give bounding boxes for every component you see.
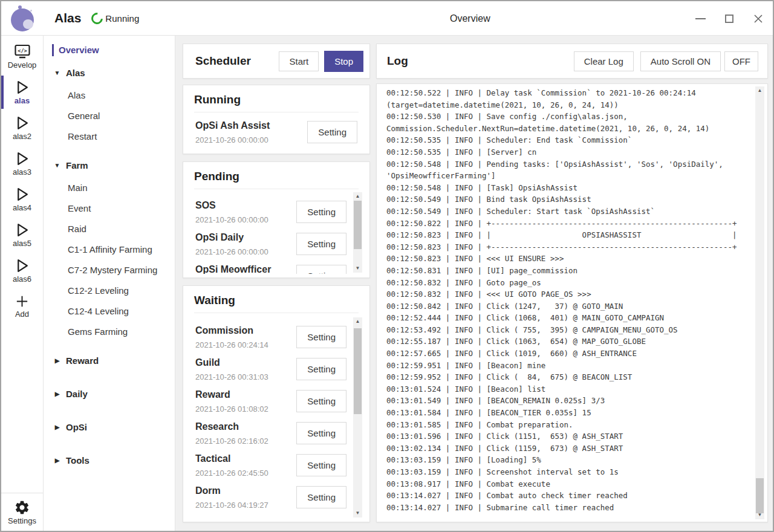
maximize-button[interactable]	[723, 12, 735, 25]
task-setting-button[interactable]: Setting	[296, 358, 346, 380]
menu-item[interactable]: C12-4 Leveling	[44, 301, 175, 322]
running-section: Running OpSi Ash Assist 2021-10-26 00:00…	[183, 85, 370, 154]
scheduler-start-button[interactable]: Start	[279, 51, 319, 71]
rail-item-alas6[interactable]: alas6	[1, 253, 43, 288]
log-line: 00:12:50.823 | INFO | <<< UI ENSURE >>>	[386, 253, 746, 265]
clear-log-button[interactable]: Clear Log	[574, 51, 634, 71]
waiting-scrollbar[interactable]: ▲ ▼	[353, 317, 362, 517]
rail-item-alas5[interactable]: alas5	[1, 217, 43, 253]
pending-scrollbar[interactable]: ▲ ▼	[353, 192, 362, 273]
pending-task-list: SOS 2021-10-26 00:00:00 Setting OpSi Dai…	[183, 195, 369, 274]
rail-item-alas4[interactable]: alas4	[1, 181, 43, 217]
running-task-list: OpSi Ash Assist 2021-10-26 00:00:00 Sett…	[183, 112, 369, 148]
task-row: Shop Setting	[183, 513, 369, 518]
task-setting-button[interactable]: Setting	[296, 486, 346, 508]
scroll-thumb[interactable]	[354, 328, 362, 414]
play-icon	[14, 186, 30, 203]
task-row: Reward 2021-10-26 01:08:02 Setting	[183, 385, 369, 417]
rail-item-label: Develop	[8, 60, 37, 70]
rail-item-alas2[interactable]: alas2	[1, 110, 43, 146]
rail-item-develop[interactable]: </> Develop	[1, 39, 43, 74]
log-line: 00:12:50.823 | INFO | | OPSIASHASSIST |	[386, 229, 746, 241]
menu-item[interactable]: Gems Farming	[44, 322, 175, 342]
close-button[interactable]	[752, 12, 764, 25]
menu-group-header-alas[interactable]: ▼ Alas	[44, 65, 175, 80]
rail-item-add[interactable]: Add	[1, 288, 43, 324]
menu-group-header-tools[interactable]: ▶ Tools	[44, 453, 175, 467]
log-line: (target=datetime.datetime(2021, 10, 26, …	[386, 99, 746, 111]
log-line: 00:12:50.522 | INFO | Delay task `Commis…	[386, 87, 746, 99]
menu-item[interactable]: Main	[44, 178, 175, 198]
task-time: 2021-10-26 00:31:03	[195, 372, 297, 381]
log-line: 00:12:50.832 | INFO | <<< UI GOTO PAGE_O…	[386, 288, 746, 300]
log-line: 00:12:50.549 | INFO | Bind task OpsiAshA…	[386, 193, 746, 206]
menu-group-label: Farm	[66, 160, 88, 170]
menu-item[interactable]: Alas	[44, 85, 175, 106]
task-setting-button[interactable]: Setting	[307, 121, 357, 143]
task-name: Tactical	[195, 453, 297, 465]
scroll-thumb[interactable]	[354, 201, 362, 249]
scroll-down-icon[interactable]: ▼	[353, 509, 362, 517]
menu-item[interactable]: Event	[44, 198, 175, 219]
scroll-down-icon[interactable]: ▼	[353, 264, 362, 273]
menu-group-daily: ▶ Daily	[44, 380, 175, 406]
svg-text:</>: </>	[18, 47, 27, 53]
task-time: 2021-10-26 02:45:50	[195, 469, 297, 478]
scheduler-panel: Scheduler Start Stop	[183, 44, 370, 79]
waiting-section: Waiting Commission 2021-10-26 00:24:14 S…	[183, 285, 370, 522]
task-row: Guild 2021-10-26 00:31:03 Setting	[183, 353, 369, 385]
auto-scroll-off-button[interactable]: OFF	[724, 51, 758, 71]
auto-scroll-on-button[interactable]: Auto Scroll ON	[640, 51, 721, 71]
log-scrollbar[interactable]: ▲ ▼	[755, 86, 764, 519]
logo-blob-light	[23, 19, 33, 29]
task-setting-button[interactable]: Setting	[296, 390, 346, 412]
rail-item-alas3[interactable]: alas3	[1, 146, 43, 181]
rail-item-settings[interactable]: Settings	[1, 493, 43, 531]
menu-item[interactable]: Raid	[44, 219, 175, 239]
scroll-up-icon[interactable]: ▲	[755, 86, 764, 95]
scheduler-stop-button[interactable]: Stop	[324, 51, 363, 72]
task-setting-button[interactable]: Setting	[296, 201, 346, 223]
scheduler-status: Running	[91, 13, 139, 24]
task-name: OpSi Daily	[195, 232, 297, 244]
rail-item-label: alas5	[13, 239, 31, 248]
task-setting-button[interactable]: Setting	[296, 233, 346, 255]
task-setting-button[interactable]: Setting	[296, 422, 346, 444]
menu-item-overview[interactable]: Overview	[44, 44, 175, 57]
task-name: Reward	[195, 389, 297, 401]
task-time: 2021-10-26 04:19:27	[195, 501, 297, 510]
menu-group-header-farm[interactable]: ▼ Farm	[44, 158, 175, 172]
menu-group-header-reward[interactable]: ▶ Reward	[44, 353, 175, 368]
rail-item-label: alas6	[13, 274, 31, 284]
menu-item[interactable]: C1-1 Affinity Farming	[44, 239, 175, 260]
log-line: 00:13:03.159 | INFO | [Loading] 5%	[386, 454, 746, 466]
task-setting-button[interactable]: Setting	[296, 265, 346, 274]
play-icon	[14, 79, 30, 96]
menu-group-header-daily[interactable]: ▶ Daily	[44, 386, 175, 401]
task-row: Commission 2021-10-26 00:24:14 Setting	[183, 321, 369, 353]
scroll-up-icon[interactable]: ▲	[353, 192, 362, 201]
rail-item-alas[interactable]: alas	[1, 74, 43, 110]
scheduler-title: Scheduler	[195, 54, 273, 68]
scroll-up-icon[interactable]: ▲	[353, 317, 362, 326]
menu-group-reward: ▶ Reward	[44, 347, 175, 373]
task-time: 2021-10-26 00:00:00	[195, 215, 297, 224]
menu-item[interactable]: General	[44, 106, 175, 126]
task-setting-button[interactable]: Setting	[296, 454, 346, 476]
menu-item[interactable]: C7-2 Mystery Farming	[44, 260, 175, 281]
menu-item[interactable]: Restart	[44, 126, 175, 147]
task-setting-button[interactable]: Setting	[296, 326, 346, 348]
menu-item[interactable]: C12-2 Leveling	[44, 281, 175, 301]
scroll-thumb[interactable]	[756, 478, 764, 513]
log-title: Log	[387, 54, 567, 68]
log-line: 00:12:50.831 | INFO | [UI] page_commissi…	[386, 265, 746, 277]
log-line: 'OpsiMeowfficerFarming']	[386, 170, 746, 182]
task-time: 2021-10-26 00:00:00	[195, 135, 297, 144]
log-panel: 00:12:50.522 | INFO | Delay task `Commis…	[376, 83, 768, 522]
scroll-down-icon[interactable]: ▼	[755, 511, 764, 519]
chevron-down-icon: ▼	[54, 70, 60, 76]
minimize-button[interactable]	[694, 12, 706, 25]
menu-group-header-opsi[interactable]: ▶ OpSi	[44, 420, 175, 434]
task-row: Tactical 2021-10-26 02:45:50 Setting	[183, 449, 369, 481]
task-name: Research	[195, 421, 297, 433]
